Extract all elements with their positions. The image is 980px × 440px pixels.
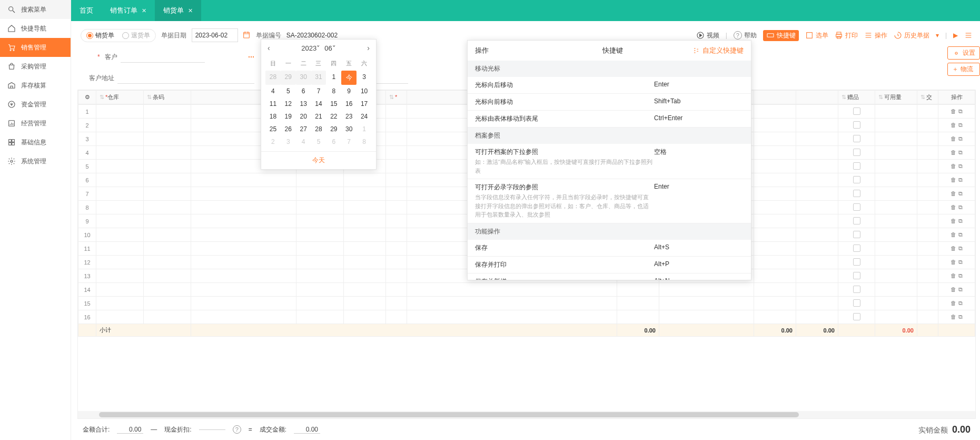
horizontal-scrollbar[interactable]: [78, 411, 975, 418]
gift-checkbox[interactable]: [853, 203, 860, 211]
calendar-day[interactable]: 29: [326, 123, 341, 135]
calendar-day[interactable]: 5: [311, 135, 326, 148]
copy-icon[interactable]: ⧉: [958, 122, 963, 128]
calendar-day[interactable]: 7: [311, 85, 326, 97]
calendar-day[interactable]: 8: [357, 135, 372, 148]
calendar-day[interactable]: 3: [357, 71, 372, 85]
operate-button[interactable]: 操作: [864, 31, 887, 40]
gift-checkbox[interactable]: [853, 149, 860, 156]
delete-icon[interactable]: 🗑: [951, 149, 956, 155]
col-barcode[interactable]: 条码: [153, 94, 164, 100]
gift-checkbox[interactable]: [853, 217, 860, 224]
delete-icon[interactable]: 🗑: [951, 135, 956, 142]
copy-icon[interactable]: ⧉: [958, 149, 963, 155]
calendar-day[interactable]: 23: [341, 110, 357, 123]
table-row[interactable]: 15🗑⧉: [78, 297, 975, 310]
delete-icon[interactable]: 🗑: [951, 286, 956, 292]
delete-icon[interactable]: 🗑: [951, 259, 956, 265]
close-icon[interactable]: ✕: [142, 7, 146, 14]
delete-icon[interactable]: 🗑: [951, 122, 956, 128]
calendar-day[interactable]: 14: [311, 97, 326, 110]
gift-checkbox[interactable]: [853, 245, 860, 252]
print-button[interactable]: 打印: [835, 31, 858, 40]
copy-icon[interactable]: ⧉: [958, 272, 963, 279]
calendar-day[interactable]: 30: [341, 123, 357, 135]
copy-icon[interactable]: ⧉: [958, 177, 963, 183]
calendar-day[interactable]: 10: [357, 85, 372, 97]
calendar-day[interactable]: 31: [311, 71, 326, 85]
copy-icon[interactable]: ⧉: [958, 163, 963, 169]
calendar-day[interactable]: 20: [296, 110, 311, 123]
sidebar-item-funds[interactable]: 资金管理: [0, 95, 71, 114]
help-button[interactable]: ?帮助: [734, 31, 757, 40]
date-input[interactable]: [192, 28, 238, 42]
calendar-day[interactable]: 18: [265, 110, 281, 123]
col-avail[interactable]: 可用量: [884, 94, 902, 100]
table-row[interactable]: 16🗑⧉: [78, 310, 975, 324]
logistics-button[interactable]: ＋物流: [947, 63, 980, 76]
list-toggle-button[interactable]: [964, 31, 973, 40]
sidebar-item-system[interactable]: 系统管理: [0, 152, 71, 171]
calendar-day[interactable]: 24: [357, 110, 372, 123]
copy-icon[interactable]: ⧉: [958, 245, 963, 251]
copy-icon[interactable]: ⧉: [958, 190, 963, 197]
calendar-day[interactable]: 16: [341, 97, 357, 110]
col-deliver[interactable]: 交: [926, 94, 932, 100]
gift-checkbox[interactable]: [853, 162, 860, 170]
calendar-day[interactable]: 4: [296, 135, 311, 148]
calendar-day[interactable]: 12: [281, 97, 296, 110]
delete-icon[interactable]: 🗑: [951, 204, 956, 210]
calendar-day[interactable]: 30: [296, 71, 311, 85]
calendar-day[interactable]: 15: [326, 97, 341, 110]
copy-icon[interactable]: ⧉: [958, 259, 963, 265]
gift-checkbox[interactable]: [853, 190, 860, 197]
radio-sale[interactable]: [86, 32, 93, 39]
copy-icon[interactable]: ⧉: [958, 108, 963, 114]
table-row[interactable]: 14🗑⧉: [78, 283, 975, 297]
calendar-icon[interactable]: [242, 31, 251, 41]
calendar-day[interactable]: 1: [326, 71, 341, 85]
calendar-day[interactable]: 25: [265, 123, 281, 135]
help-icon[interactable]: ?: [233, 425, 241, 434]
select-button[interactable]: 选单: [805, 31, 828, 40]
calendar-day[interactable]: 28: [265, 71, 281, 85]
more-icon[interactable]: ⋯: [248, 53, 254, 61]
tab-sales-slip[interactable]: 销货单✕: [155, 0, 201, 21]
calendar-day[interactable]: 4: [265, 85, 281, 97]
calendar-day[interactable]: 3: [281, 135, 296, 148]
calendar-day[interactable]: 6: [326, 135, 341, 148]
calendar-day[interactable]: 6: [296, 85, 311, 97]
gift-checkbox[interactable]: [853, 299, 860, 307]
close-icon[interactable]: ✕: [188, 7, 193, 14]
delete-icon[interactable]: 🗑: [951, 177, 956, 183]
settings-button[interactable]: 设置: [947, 46, 980, 60]
calendar-day[interactable]: 8: [326, 85, 341, 97]
video-button[interactable]: 视频: [696, 31, 719, 40]
calendar-day[interactable]: 28: [311, 123, 326, 135]
sidebar-item-quicknav[interactable]: 快捷导航: [0, 19, 71, 38]
delete-icon[interactable]: 🗑: [951, 300, 956, 306]
copy-icon[interactable]: ⧉: [958, 218, 963, 224]
delete-icon[interactable]: 🗑: [951, 272, 956, 279]
calendar-day[interactable]: 13: [296, 97, 311, 110]
calendar-day[interactable]: 7: [341, 135, 357, 148]
calendar-day[interactable]: 27: [296, 123, 311, 135]
delete-icon[interactable]: 🗑: [951, 231, 956, 238]
calendar-day[interactable]: 17: [357, 97, 372, 110]
calendar-day[interactable]: 1: [357, 123, 372, 135]
sidebar-item-search[interactable]: 搜索菜单: [0, 0, 71, 19]
calendar-day[interactable]: 26: [281, 123, 296, 135]
calendar-day[interactable]: 19: [281, 110, 296, 123]
calendar-day[interactable]: 9: [341, 85, 357, 97]
delete-icon[interactable]: 🗑: [951, 218, 956, 224]
calendar-day[interactable]: 今: [341, 71, 357, 85]
chevron-left-icon[interactable]: ‹: [268, 44, 270, 52]
calendar-day[interactable]: 29: [281, 71, 296, 85]
copy-icon[interactable]: ⧉: [958, 204, 963, 210]
today-button[interactable]: 今天: [261, 151, 376, 169]
shortcut-button[interactable]: 快捷键: [763, 30, 799, 41]
col-warehouse[interactable]: 仓库: [107, 94, 119, 100]
gift-checkbox[interactable]: [853, 258, 860, 266]
calendar-day[interactable]: 11: [265, 97, 281, 110]
gift-checkbox[interactable]: [853, 121, 860, 129]
